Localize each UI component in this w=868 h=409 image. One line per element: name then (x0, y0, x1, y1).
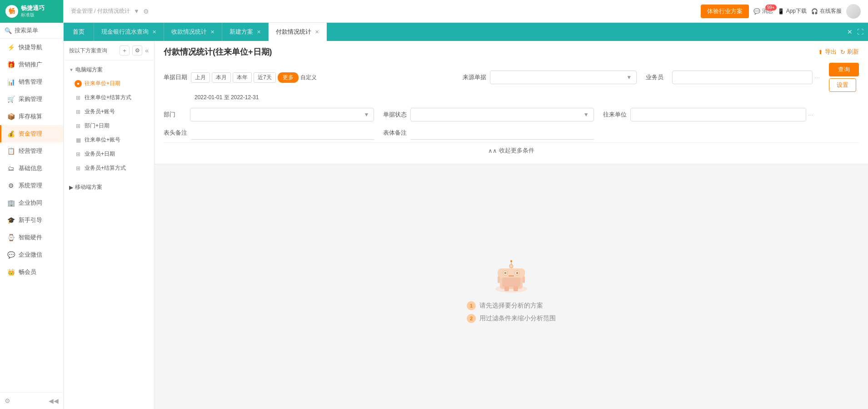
empty-robot-icon (489, 250, 534, 296)
tab-receipt-close[interactable]: ✕ (210, 29, 215, 35)
scheme-staff-settle[interactable]: ⊞ 业务员+结算方式 (64, 161, 154, 175)
gear-icon: ⚙ (7, 182, 15, 190)
table-icon-5: ⊞ (75, 165, 82, 172)
refresh-icon: ↻ (840, 49, 845, 56)
svg-rect-12 (514, 287, 518, 291)
settings-display-btn[interactable]: 设置 (829, 78, 856, 92)
sidebar-item-operation[interactable]: 📋 经营管理 (0, 142, 63, 160)
scheme-dept-date[interactable]: ⊞ 部门+日期 (64, 119, 154, 133)
counterpart-more-btn[interactable]: ··· (808, 111, 813, 118)
this-month-btn[interactable]: 本月 (212, 72, 231, 83)
source-select[interactable]: ▼ (490, 71, 637, 84)
scheme-counterpart-date[interactable]: ● 往来单位+日期 (64, 76, 154, 91)
message-btn[interactable]: 💬 消息 99+ (753, 7, 773, 15)
sidebar-item-member[interactable]: 👑 畅会员 (0, 263, 63, 281)
scheme-staff-account[interactable]: ⊞ 业务员+账号 (64, 105, 154, 119)
message-icon: 💬 (753, 8, 760, 15)
scheme-counterpart-settle[interactable]: ⊞ 往来单位+结算方式 (64, 91, 154, 105)
experience-btn[interactable]: 体验行业方案 (701, 5, 749, 18)
export-icon: ⬆ (818, 49, 823, 56)
manage-scheme-btn[interactable]: ⚙ (132, 45, 142, 56)
sidebar-item-purchase[interactable]: 🛒 采购管理 (0, 91, 63, 108)
sidebar-footer: ⚙ ◀◀ (0, 392, 63, 409)
query-btn[interactable]: 查询 (829, 63, 859, 76)
this-year-btn[interactable]: 本年 (233, 72, 252, 83)
logo-icon: 畅 (5, 5, 18, 18)
scheme-staff-date[interactable]: ⊞ 业务员+日期 (64, 147, 154, 161)
shortcut-icon: ⚡ (7, 43, 15, 51)
empty-tip-1: 1 请先选择要分析的方案 (467, 301, 556, 310)
collapse-more-btn[interactable]: ∧∧ 收起更多条件 (164, 142, 859, 158)
settings-footer-icon[interactable]: ⚙ (5, 397, 10, 404)
svg-point-15 (510, 260, 512, 262)
tip1-num: 1 (467, 301, 476, 310)
last-7days-btn[interactable]: 近7天 (254, 72, 276, 83)
sidebar-item-sales[interactable]: 📊 销售管理 (0, 73, 63, 91)
custom-date-btn[interactable]: 自定义 (300, 74, 317, 81)
collapse-up-icon: ∧∧ (488, 147, 497, 154)
chat-icon: 💬 (7, 251, 15, 259)
tab-payment[interactable]: 付款情况统计 ✕ (269, 23, 327, 41)
svg-rect-2 (502, 278, 520, 287)
header-note-input[interactable] (191, 126, 374, 140)
sidebar-item-system[interactable]: ⚙ 系统管理 (0, 177, 63, 194)
sidebar-item-basic[interactable]: 🗂 基础信息 (0, 160, 63, 177)
online-service-btn[interactable]: 🎧 在线客服 (811, 7, 842, 15)
sidebar-item-marketing[interactable]: 🎁 营销推广 (0, 56, 63, 73)
left-panel-header: 按以下方案查询 ＋ ⚙ « (64, 41, 154, 61)
export-btn[interactable]: ⬆ 导出 (818, 48, 837, 56)
more-date-btn[interactable]: 更多 (278, 72, 299, 83)
salesman-more-btn[interactable]: ··· (814, 74, 820, 81)
right-panel: 付款情况统计(往来单位+日期) ⬆ 导出 ↻ 刷新 (155, 41, 868, 409)
tab-bar: 首页 现金银行流水查询 ✕ 收款情况统计 ✕ 新建方案 ✕ 付款情况统计 ✕ ✕… (64, 23, 868, 41)
tab-payment-close[interactable]: ✕ (315, 29, 319, 35)
sidebar-item-capital[interactable]: 💰 资金管理 (0, 125, 63, 142)
docstatus-select-arrow: ▼ (584, 111, 589, 118)
desktop-scheme-group: ▼ 电脑端方案 ● 往来单位+日期 ⊞ 往来单位+结算方式 ⊞ 业务员+账号 ⊞ (64, 61, 154, 178)
tab-home[interactable]: 首页 (64, 23, 94, 41)
table-icon-3: ⊞ (75, 122, 82, 130)
breadcrumb-dropdown-icon[interactable]: ▼ (134, 8, 140, 15)
tab-new-scheme-close[interactable]: ✕ (257, 29, 261, 35)
salesman-select[interactable] (672, 71, 813, 84)
search-menu[interactable]: 🔍 搜索菜单 (0, 23, 63, 39)
desktop-group-title[interactable]: ▼ 电脑端方案 (64, 63, 154, 76)
breadcrumb: 资金管理 / 付款情况统计 (71, 7, 130, 15)
settings-header-icon[interactable]: ⚙ (143, 8, 149, 15)
dept-select-arrow: ▼ (364, 111, 369, 118)
sidebar-item-shortcut[interactable]: ⚡ 快捷导航 (0, 39, 63, 56)
svg-point-6 (504, 272, 507, 274)
collapse-sidebar-icon[interactable]: ◀◀ (49, 397, 59, 404)
counterpart-select[interactable] (630, 108, 807, 121)
user-avatar[interactable] (846, 4, 861, 19)
tab-new-scheme[interactable]: 新建方案 ✕ (222, 23, 269, 41)
last-month-btn[interactable]: 上月 (191, 72, 210, 83)
logo-text: 畅捷通巧 标准版 (21, 5, 45, 18)
sidebar-item-enterprise[interactable]: 🏢 企业协同 (0, 194, 63, 212)
graduation-icon: 🎓 (7, 216, 15, 224)
table-icon-1: ⊞ (75, 94, 82, 101)
sidebar-item-newbie[interactable]: 🎓 新手引导 (0, 212, 63, 229)
dept-select[interactable]: ▼ (190, 108, 374, 121)
sidebar-item-wechat[interactable]: 💬 企业微信 (0, 246, 63, 263)
mobile-group-title[interactable]: ▶ 移动端方案 (64, 181, 154, 194)
tab-close-all-icon[interactable]: ✕ (847, 28, 853, 35)
tab-bank[interactable]: 现金银行流水查询 ✕ (94, 23, 164, 41)
body-note-input[interactable] (410, 126, 594, 140)
refresh-btn[interactable]: ↻ 刷新 (840, 48, 859, 56)
sidebar-logo: 畅 畅捷通巧 标准版 (0, 0, 63, 23)
docstatus-label: 单据状态 (383, 111, 407, 119)
tip1-text: 请先选择要分析的方案 (479, 302, 543, 310)
date-range-display: 2022-01-01 至 2022-12-31 (195, 94, 259, 101)
tab-bank-close[interactable]: ✕ (152, 29, 156, 35)
sidebar-item-inventory[interactable]: 📦 库存核算 (0, 108, 63, 125)
app-download-btn[interactable]: 📱 App下载 (778, 7, 807, 15)
left-panel-collapse-btn[interactable]: « (145, 47, 149, 54)
svg-rect-8 (509, 275, 514, 277)
sidebar-item-hardware[interactable]: ⌚ 智能硬件 (0, 229, 63, 246)
tab-maximize-icon[interactable]: ⛶ (857, 28, 863, 35)
tab-receipt[interactable]: 收款情况统计 ✕ (164, 23, 222, 41)
scheme-counterpart-account[interactable]: ▦ 往来单位+账号 (64, 133, 154, 147)
add-scheme-btn[interactable]: ＋ (120, 45, 130, 56)
docstatus-select[interactable]: ▼ (410, 108, 594, 121)
